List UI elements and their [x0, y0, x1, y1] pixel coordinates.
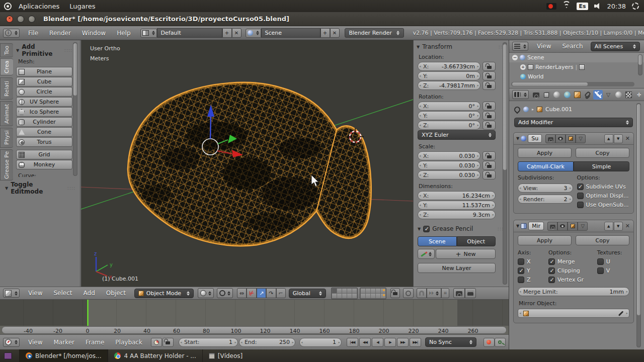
scene-add-button[interactable]: +	[320, 28, 330, 38]
timeline-ruler[interactable]: -40 -20 0 20 40 60 80 100 120 140 160 18…	[0, 326, 509, 334]
rotation-z-field[interactable]: Z:0°	[418, 121, 480, 130]
shelf-tab-animation[interactable]: Animat	[0, 101, 13, 126]
sync-mode-select[interactable]: No Sync	[425, 337, 476, 347]
keying-set-button[interactable]	[495, 338, 506, 347]
modifier-render-toggle[interactable]	[545, 134, 555, 143]
add-cone-button[interactable]: Cone	[16, 127, 72, 137]
timeline-playback-menu[interactable]: Playback	[110, 339, 148, 346]
use-opensubdiv-checkbox[interactable]	[577, 202, 584, 208]
merge-limit-slider[interactable]: Merge Limit:1mm	[518, 287, 629, 296]
scene-browse-button[interactable]	[246, 29, 261, 38]
rotate-manipulator-button[interactable]: ↷	[266, 288, 276, 298]
snap-toggle-button[interactable]	[417, 288, 427, 298]
next-keyframe-button[interactable]: ▶▶	[397, 338, 409, 347]
shelf-tab-grease-pencil[interactable]: Grease Pe	[0, 149, 13, 180]
timeline-ruler-bar[interactable]: -40 -20 0 20 40 60 80 100 120 140 160 18…	[2, 326, 507, 334]
render-opengl-button[interactable]	[453, 288, 465, 298]
add-torus-button[interactable]: Torus	[16, 137, 72, 147]
texture-v-checkbox[interactable]	[597, 267, 604, 274]
jump-to-end-button[interactable]: ▶▶|	[410, 338, 421, 347]
location-x-field[interactable]: X:-3.66739cm	[418, 62, 480, 71]
breadcrumb-object-icon[interactable]	[537, 107, 542, 112]
taskbar-item-blender[interactable]: Blender* [/home/jos...	[19, 349, 108, 362]
rotation-mode-select[interactable]: XYZ Euler	[418, 130, 496, 140]
layers-group-1[interactable]	[331, 288, 358, 299]
expand-plus-icon[interactable]: +	[520, 64, 526, 70]
places-menu[interactable]: Lugares	[64, 3, 100, 10]
editor-type-button-3dview[interactable]	[3, 289, 20, 298]
layers-group-2[interactable]	[360, 288, 386, 299]
location-x-lock-button[interactable]	[482, 62, 496, 71]
orientation-select[interactable]: Global	[289, 289, 326, 298]
gp-scene-button[interactable]: Scene	[418, 236, 457, 246]
viewport-3d[interactable]: z y x User Ortho Meters (1) Cube.001	[81, 40, 413, 287]
clock[interactable]: 20:38	[607, 3, 626, 10]
mirror-copy-button[interactable]: Copy	[576, 235, 629, 245]
menu-help[interactable]: Help	[111, 30, 136, 37]
scale-y-lock-button[interactable]	[482, 161, 496, 170]
wifi-icon[interactable]	[562, 4, 571, 9]
current-frame-field[interactable]: 1	[299, 338, 342, 347]
window-maximize-button[interactable]	[28, 16, 35, 23]
editor-type-button-outliner[interactable]	[512, 42, 528, 51]
shelf-tab-physics[interactable]: Physi	[0, 128, 13, 148]
viewport-shading-select[interactable]	[198, 288, 214, 298]
subsurf-copy-button[interactable]: Copy	[576, 148, 629, 158]
dimension-x-field[interactable]: X:16.234cm	[418, 191, 496, 200]
select-menu[interactable]: Select	[48, 290, 77, 297]
transform-panel-header[interactable]: ▼ Transform ::::	[417, 43, 507, 50]
modifier-delete-icon[interactable]: ✕	[625, 135, 630, 142]
subsurf-apply-button[interactable]: Apply	[518, 148, 572, 158]
layout-browse-button[interactable]	[140, 29, 157, 38]
editor-type-button-info[interactable]: i	[3, 29, 20, 38]
pin-icon[interactable]	[513, 105, 522, 114]
shelf-tab-tools[interactable]: Too	[0, 43, 13, 57]
outliner-filter-select[interactable]: All Scenes	[591, 42, 640, 51]
rotation-x-lock-button[interactable]	[482, 102, 496, 111]
snap-target-button[interactable]: ⌗	[441, 288, 449, 298]
render-engine-select[interactable]: Blender Render	[345, 28, 404, 38]
mirror-name-field[interactable]: Mir	[528, 222, 544, 230]
add-grid-button[interactable]: Grid	[16, 150, 72, 159]
session-gear-icon[interactable]	[632, 3, 639, 10]
gp-draw-mode-button[interactable]	[418, 249, 435, 259]
scale-z-field[interactable]: Z:0.030	[418, 170, 480, 179]
gp-new-button[interactable]: +New	[436, 249, 496, 259]
outliner-hscrollbar[interactable]	[511, 82, 634, 86]
timeline-area[interactable]	[0, 300, 509, 326]
panel-drag-dots-icon[interactable]: ::::	[67, 186, 75, 191]
location-y-lock-button[interactable]	[482, 71, 496, 80]
add-cube-button[interactable]: Cube	[16, 77, 72, 86]
texture-u-checkbox[interactable]	[597, 258, 604, 265]
tab-material[interactable]	[614, 90, 623, 100]
subsurf-view-field[interactable]: View:3	[518, 184, 573, 193]
tab-object[interactable]	[573, 90, 582, 100]
rotation-x-field[interactable]: X:0°	[418, 102, 480, 111]
dimension-z-field[interactable]: Z:9.3cm	[418, 210, 496, 219]
modifier-cage-toggle[interactable]: ▽	[578, 222, 588, 231]
tab-render-layers[interactable]	[541, 90, 551, 100]
window-minimize-button[interactable]	[17, 16, 24, 23]
clipping-checkbox[interactable]	[548, 267, 555, 274]
playback-range-button[interactable]	[151, 338, 162, 347]
timeline-view-menu[interactable]: View	[23, 339, 48, 346]
taskbar-item-chrome[interactable]: 4 AA Battery Holder - ...	[108, 349, 202, 362]
subsurf-name-field[interactable]: Su	[528, 134, 542, 143]
previous-keyframe-button[interactable]: ◀◀	[359, 338, 371, 347]
shelf-tab-relations[interactable]: Relati	[0, 77, 13, 100]
modifier-move-up-button[interactable]: ▲	[604, 222, 613, 231]
add-monkey-button[interactable]: Monkey	[16, 160, 72, 169]
modifier-move-down-button[interactable]: ▼	[614, 134, 623, 143]
add-modifier-select[interactable]: Add Modifier	[514, 118, 633, 127]
add-menu[interactable]: Add	[78, 290, 101, 297]
renderlayer-badge-icon[interactable]	[579, 64, 585, 70]
vertex-groups-checkbox[interactable]	[548, 277, 555, 283]
editor-type-button-timeline[interactable]	[3, 338, 20, 347]
wireframe-mesh-object[interactable]	[121, 75, 378, 251]
location-z-field[interactable]: Z:-4.79817mm	[418, 81, 480, 90]
mirror-apply-button[interactable]: Apply	[518, 235, 572, 245]
scale-x-lock-button[interactable]	[482, 151, 496, 160]
properties-scrollbar[interactable]	[636, 103, 641, 347]
outliner-vscrollbar[interactable]	[638, 54, 642, 75]
mirror-axis-z-checkbox[interactable]	[518, 277, 524, 283]
